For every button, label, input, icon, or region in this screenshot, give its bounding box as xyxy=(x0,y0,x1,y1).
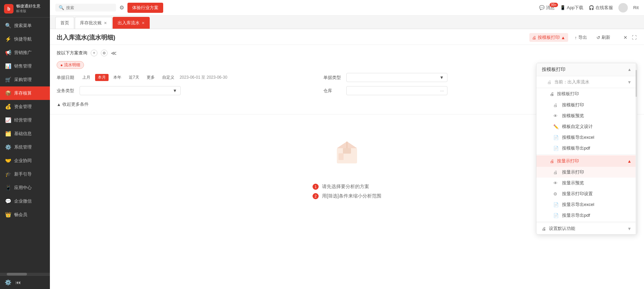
filter-collapse-icon[interactable]: ≪ xyxy=(111,50,117,56)
logo-name: 畅捷通好生意 xyxy=(16,4,40,9)
user-avatar[interactable] xyxy=(618,3,628,12)
sidebar-item-purchase[interactable]: 🛒采购管理 xyxy=(0,73,50,86)
window-controls: ✕ ⛶ xyxy=(622,34,637,41)
dp-item-display-print-settings[interactable]: ⚙ 按显示打印设置 xyxy=(536,188,637,199)
inventory-icon: 📦 xyxy=(5,90,11,97)
purchase-icon: 🛒 xyxy=(5,76,11,83)
page-header: 出入库流水(流水明细) 🖨 按模板打印 ▲ ↑ 导出 ↺ 刷新 ✕ ⛶ xyxy=(50,29,644,45)
dp-footer-icon: 🖨 xyxy=(542,226,546,231)
message-icon: 💬 xyxy=(539,5,545,10)
filter-settings-button[interactable]: ⚙ xyxy=(101,50,108,56)
warehouse-ellipsis: ··· xyxy=(440,88,444,93)
sidebar-item-app-center[interactable]: 📱应用中心 xyxy=(0,181,50,194)
industry-solution-button[interactable]: 体验行业方案 xyxy=(127,3,163,13)
display-print-section-arrow: ▲ xyxy=(627,159,632,164)
tab-inventory-flow[interactable]: 出入库流水✕ xyxy=(113,17,150,29)
template-print-section-icon: 🖨 xyxy=(550,91,554,97)
filter-label: 按以下方案查询 xyxy=(57,50,87,56)
date-shortcut-自定义[interactable]: 自定义 xyxy=(159,74,177,81)
sidebar-item-marketing[interactable]: 📢营销推广 xyxy=(0,46,50,59)
sidebar-label-operation: 经营管理 xyxy=(14,117,32,123)
dp-item-display-pdf[interactable]: 📄 按显示导出pdf xyxy=(536,210,637,221)
sidebar-item-member[interactable]: 👑畅会员 xyxy=(0,208,50,221)
window-close-icon[interactable]: ✕ xyxy=(622,34,628,41)
dropdown-current-icon: 🖨 xyxy=(547,80,552,85)
template-print-button[interactable]: 🖨 按模板打印 ▲ xyxy=(529,33,568,42)
sidebar-item-wechat[interactable]: 💬企业微信 xyxy=(0,194,50,208)
chevron-up-icon: ▲ xyxy=(561,35,565,40)
search-input[interactable] xyxy=(66,5,107,10)
refresh-icon: ↺ xyxy=(596,35,600,40)
date-shortcut-近7天[interactable]: 近7天 xyxy=(126,74,142,81)
sidebar-item-sales[interactable]: 📊销售管理 xyxy=(0,59,50,73)
marketing-icon: 📢 xyxy=(5,49,11,56)
template-print-section: 🖨 按模板打印 🖨 按模板打印 👁 按模板预览 ✏️ 模板自定义设计 xyxy=(536,88,637,154)
dp-item-display-print[interactable]: 🖨 按显示打印 xyxy=(536,167,637,178)
date-shortcut-本月[interactable]: 本月 xyxy=(95,74,109,81)
window-expand-icon[interactable]: ⛶ xyxy=(631,34,637,41)
dropdown-footer[interactable]: 🖨 设置默认功能 ▼ xyxy=(536,222,637,234)
sidebar-item-guide[interactable]: 🎓新手引导 xyxy=(0,167,50,181)
sidebar-item-finance[interactable]: 💰资金管理 xyxy=(0,100,50,113)
sidebar-collapse-icon[interactable]: ⏮ xyxy=(16,280,21,286)
filter-tag-item[interactable]: ● 流水明细 xyxy=(57,61,84,69)
doc-type-select[interactable]: ▼ xyxy=(346,73,447,82)
collapse-button[interactable]: ▲ 收起更多条件 xyxy=(57,99,89,109)
dropdown-collapse-arrow[interactable]: ▲ xyxy=(627,67,632,72)
content-area: 出入库流水(流水明细) 🖨 按模板打印 ▲ ↑ 导出 ↺ 刷新 ✕ ⛶ xyxy=(50,29,644,289)
member-icon: 👑 xyxy=(5,211,11,218)
export-button[interactable]: ↑ 导出 xyxy=(572,33,590,42)
dp-item-template-excel[interactable]: 📄 按模板导出excel xyxy=(536,132,637,143)
tab-close-batch-account[interactable]: ✕ xyxy=(104,21,107,25)
topbar-search-box[interactable]: 🔍 xyxy=(55,4,116,11)
template-print-label: 按模板打印 xyxy=(538,34,560,41)
tab-bar: 首页库存批次账✕出入库流水✕ xyxy=(50,16,644,29)
logo-sub: 标准版 xyxy=(16,9,40,14)
sidebar-label-purchase: 采购管理 xyxy=(14,77,32,83)
sidebar-scrollbar[interactable] xyxy=(0,273,50,275)
warehouse-select[interactable]: ··· xyxy=(346,86,447,95)
sidebar-label-marketing: 营销推广 xyxy=(14,50,32,56)
sidebar-item-basic[interactable]: 🗂️基础信息 xyxy=(0,127,50,140)
svg-rect-2 xyxy=(343,148,351,154)
template-print-section-header[interactable]: 🖨 按模板打印 xyxy=(536,88,637,100)
message-badge: 99+ xyxy=(550,3,558,7)
display-print-section-header[interactable]: 🖨 按显示打印 ▲ xyxy=(536,155,637,167)
dp-item-template-print[interactable]: 🖨 按模板打印 xyxy=(536,100,637,110)
sidebar-item-inventory[interactable]: 📦库存核算 xyxy=(0,86,50,100)
sidebar-item-cooperation[interactable]: 🤝企业协同 xyxy=(0,154,50,167)
date-shortcut-更多[interactable]: 更多 xyxy=(144,74,157,81)
refresh-label: 刷新 xyxy=(602,34,610,41)
business-type-select[interactable]: ▼ xyxy=(80,86,181,95)
dp-item-template-custom[interactable]: ✏️ 模板自定义设计 xyxy=(536,121,637,132)
sidebar-item-operation[interactable]: 📈经营管理 xyxy=(0,113,50,127)
dp-item-display-excel[interactable]: 📄 按显示导出excel xyxy=(536,199,637,210)
doc-type-chevron: ▼ xyxy=(440,75,444,80)
customer-service-btn[interactable]: 🎧 在线客服 xyxy=(589,5,613,11)
dropdown-scrollbar[interactable] xyxy=(636,63,637,234)
date-shortcut-本年[interactable]: 本年 xyxy=(111,74,124,81)
app-download-btn[interactable]: 📱 App下载 xyxy=(560,5,583,11)
sidebar-item-search[interactable]: 🔍搜索菜单 xyxy=(0,19,50,32)
filter-add-button[interactable]: + xyxy=(91,50,97,56)
sidebar-label-search: 搜索菜单 xyxy=(14,23,32,29)
tab-batch-account[interactable]: 库存批次账✕ xyxy=(75,17,112,29)
dp-item-display-preview[interactable]: 👁 按显示预览 xyxy=(536,178,637,188)
topbar-gear-icon[interactable]: ⚙ xyxy=(119,4,124,11)
dp-item-template-preview[interactable]: 👁 按模板预览 xyxy=(536,110,637,121)
sidebar-item-quick-nav[interactable]: ⚡快捷导航 xyxy=(0,32,50,46)
date-label: 单据日期 xyxy=(57,75,77,81)
tab-close-inventory-flow[interactable]: ✕ xyxy=(142,21,145,25)
refresh-button[interactable]: ↺ 刷新 xyxy=(594,33,613,42)
tab-home[interactable]: 首页 xyxy=(55,17,74,29)
sidebar-settings-icon[interactable]: ⚙️ xyxy=(5,279,11,286)
dp-item-template-pdf[interactable]: 📄 按模板导出pdf xyxy=(536,143,637,154)
date-shortcut-上月[interactable]: 上月 xyxy=(80,74,93,81)
message-btn[interactable]: 💬 消息 99+ xyxy=(539,5,555,11)
sidebar-item-system[interactable]: ⚙️系统管理 xyxy=(0,140,50,154)
dp-edit-icon: ✏️ xyxy=(553,124,559,129)
search-icon: 🔍 xyxy=(5,22,11,29)
collapse-label: 收起更多条件 xyxy=(62,101,89,107)
main-area: 🔍 ⚙ 体验行业方案 💬 消息 99+ 📱 App下载 🎧 在线客服 Rit xyxy=(50,0,644,289)
date-field: 单据日期 上月本月本年近7天更多自定义 2023-06-01 至 2023-06… xyxy=(57,74,318,81)
